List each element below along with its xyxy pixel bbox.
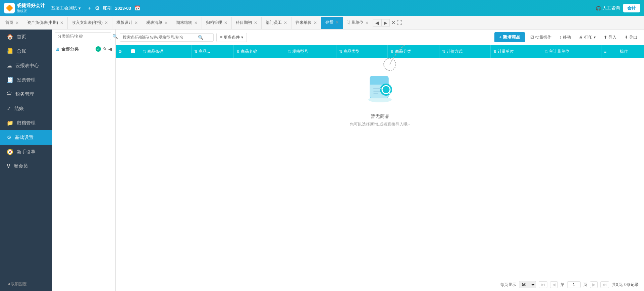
tab-close-contacts[interactable]: ✕ (314, 20, 317, 25)
th-unit[interactable]: ⇅ 计量单位 (490, 45, 542, 58)
tab-close-all-button[interactable]: ✕ (391, 19, 395, 26)
tab-department[interactable]: 部门员工 ✕ (262, 17, 291, 29)
th-checkbox[interactable] (128, 45, 140, 58)
move-icon: ↕ (559, 35, 561, 40)
tab-close-balance[interactable]: ✕ (60, 20, 63, 25)
logo-area: 🔶 畅捷通好会计 旗舰版 (4, 3, 48, 13)
filter-button[interactable]: ≡ 更多条件 ▾ (216, 33, 247, 42)
th-code[interactable]: ⇅ 商品... (191, 45, 233, 58)
sidebar-label-invoice: 发票管理 (17, 77, 36, 83)
th-settings[interactable]: ⚙ (116, 45, 128, 58)
batch-operation-button[interactable]: ☑ 批量操作 (528, 33, 554, 42)
filter-icon: ≡ (220, 35, 222, 40)
settings-icon[interactable]: ⚙ (95, 5, 100, 11)
tab-close-subject[interactable]: ✕ (254, 20, 257, 25)
edit-category-button[interactable]: ✎ (103, 46, 107, 52)
sidebar-unpin-button[interactable]: ◄取消固定 (0, 277, 52, 291)
per-page-select[interactable]: 50 100 200 (519, 281, 536, 288)
sidebar-label-guide: 新手引导 (17, 149, 36, 155)
tab-close-period[interactable]: ✕ (194, 20, 198, 25)
sidebar-item-invoice[interactable]: 🧾 发票管理 (0, 73, 52, 87)
tab-close-income[interactable]: ✕ (105, 20, 108, 25)
tab-archive[interactable]: 归档管理 ✕ (202, 17, 232, 29)
add-tab-button[interactable]: ＋ (87, 5, 92, 12)
tab-close-tax[interactable]: ✕ (164, 20, 168, 25)
tab-subject-init[interactable]: 科目期初 ✕ (232, 17, 262, 29)
account-button[interactable]: 会计 (623, 4, 640, 12)
tab-next-button[interactable]: ▶ (381, 19, 390, 27)
tab-close-home[interactable]: ✕ (15, 20, 19, 25)
first-page-button[interactable]: ⏮ (539, 281, 547, 288)
tab-period-transfer[interactable]: 期末结转 ✕ (172, 17, 202, 29)
category-indicator: ✓ (96, 46, 101, 52)
import-button[interactable]: ⬆ 导入 (601, 33, 619, 42)
add-product-button[interactable]: + 新增商品 (494, 32, 525, 42)
chevron-icon: ▾ (241, 35, 243, 40)
headset-icon: 🎧 (596, 6, 601, 11)
sidebar-item-guide[interactable]: 🧭 新手引导 (0, 145, 52, 159)
sidebar-label-settings: 基础设置 (15, 135, 34, 141)
last-page-button[interactable]: ⏭ (600, 281, 609, 288)
select-all-checkbox[interactable] (131, 49, 135, 53)
company-selector[interactable]: 基层工会测试 ▾ (51, 5, 81, 11)
sidebar-item-closing[interactable]: ✓ 结账 (0, 101, 52, 116)
export-button[interactable]: ⬇ 导出 (622, 33, 640, 42)
category-icons: ✎ ◀ (103, 46, 112, 52)
search-icon-button[interactable]: 🔍 (198, 35, 204, 40)
th-spec[interactable]: ⇅ 规格型号 (285, 45, 336, 58)
tab-template-design[interactable]: 模版设计 ✕ (112, 17, 142, 29)
sidebar-item-archive[interactable]: 📁 归档管理 (0, 116, 52, 130)
product-search-input[interactable] (123, 35, 197, 40)
th-type[interactable]: ⇅ 商品类型 (336, 45, 388, 58)
sidebar-label-closing: 结账 (14, 106, 24, 112)
sidebar-item-settings[interactable]: ⚙ 基础设置 (0, 130, 52, 145)
prev-page-button[interactable]: ◀ (550, 281, 558, 288)
tab-contacts[interactable]: 往来单位 ✕ (291, 17, 321, 29)
collapse-panel-button[interactable]: ◀ (108, 46, 112, 52)
chevron-down-icon: ▾ (78, 6, 81, 11)
tab-balance-sheet[interactable]: 资产负债表(中期) ✕ (23, 17, 68, 29)
tab-home[interactable]: 首页 ✕ (1, 17, 23, 29)
tax-icon: 🏛 (7, 91, 12, 97)
tab-close-archive[interactable]: ✕ (224, 20, 227, 25)
customer-service-btn[interactable]: 🎧 人工咨询 (596, 5, 620, 11)
empty-title: 暂无商品 (371, 113, 389, 119)
category-search-box: 🔍 (52, 30, 115, 43)
sidebar-item-ledger[interactable]: 📒 总账 (0, 44, 52, 58)
logo-icon: 🔶 (4, 3, 15, 13)
th-name[interactable]: ⇅ 商品名称 (233, 45, 285, 58)
page-number-input[interactable] (567, 281, 581, 288)
tab-expand-button[interactable]: ⛶ (397, 20, 402, 26)
th-barcode[interactable]: ⇅ 商品条码 (140, 45, 191, 58)
print-button[interactable]: 🖨 打印 ▾ (576, 33, 598, 42)
tab-close-dept[interactable]: ✕ (284, 20, 287, 25)
category-header: ⊞ 全部分类 ✓ ✎ ◀ (52, 43, 115, 55)
closing-icon: ✓ (7, 105, 11, 112)
th-pricing[interactable]: ⇅ 计价方式 (439, 45, 490, 58)
left-panel: 🔍 ⊞ 全部分类 ✓ ✎ ◀ (52, 30, 116, 291)
category-search-input[interactable] (55, 32, 111, 40)
product-table: ⚙ ⇅ 商品条码 ⇅ 商品... (116, 45, 644, 58)
calendar-icon[interactable]: 📅 (135, 5, 140, 11)
th-category[interactable]: ⇅ 商品分类 (388, 45, 439, 58)
move-button[interactable]: ↕ 移动 (557, 33, 574, 42)
next-page-button[interactable]: ▶ (590, 281, 598, 288)
tab-income-statement[interactable]: 收入支出表(年报) ✕ (68, 17, 112, 29)
tab-close-template[interactable]: ✕ (135, 20, 138, 25)
tab-close-inventory[interactable]: ✕ (335, 20, 339, 25)
sidebar-item-tax[interactable]: 🏛 税务管理 (0, 87, 52, 101)
th-more[interactable]: ≡ (601, 45, 617, 58)
grid-icon: ⊞ (55, 46, 59, 52)
sidebar-item-home[interactable]: 🏠 首页 (0, 30, 52, 44)
tab-tax-list[interactable]: 税表清单 ✕ (142, 17, 172, 29)
svg-point-1 (384, 58, 396, 70)
sidebar-item-reports[interactable]: ☁ 云报表中心 (0, 58, 52, 73)
tab-inventory[interactable]: 存货 ✕ (321, 17, 343, 29)
th-main-unit[interactable]: ⇅ 主计量单位 (542, 45, 601, 58)
guide-icon: 🧭 (7, 149, 13, 155)
tab-unit[interactable]: 计量单位 ✕ (343, 17, 373, 29)
tab-close-unit[interactable]: ✕ (365, 20, 369, 25)
tab-prev-button[interactable]: ◀ (373, 19, 381, 27)
sidebar-item-member[interactable]: V 畅会员 (0, 159, 52, 173)
home-icon: 🏠 (7, 34, 13, 40)
